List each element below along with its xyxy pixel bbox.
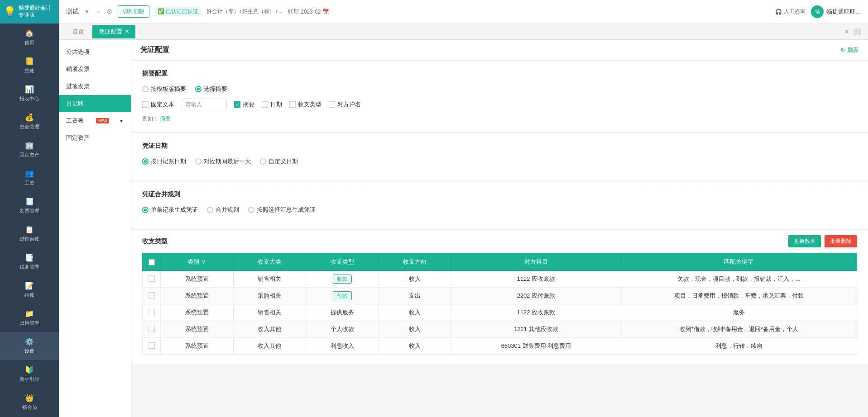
row-checkbox[interactable] — [149, 275, 155, 282]
radio-summary-generate[interactable]: 按照选择汇总生成凭证 — [248, 206, 316, 214]
th-keywords: 匹配关键字 — [621, 253, 857, 271]
fixed-text-input[interactable] — [182, 99, 227, 110]
user-menu[interactable]: 畅 畅捷通旺旺... — [811, 5, 861, 18]
sidebar-label: 发票管理 — [19, 208, 39, 214]
sidebar-nav: 🏠首页📒总账📊报表中心💰资金管理🏢固定资产👥工资🧾发票管理📋进销台账📑税务管理📝… — [0, 24, 59, 416]
radio-merge-rules[interactable]: 合并规则 — [207, 206, 239, 214]
sidebar-item-归档管理[interactable]: 📁归档管理 — [0, 304, 59, 332]
sidebar-item-工资[interactable]: 👥工资 — [0, 164, 59, 192]
income-type-text: 个人收款 — [331, 326, 354, 332]
username: 畅捷通旺旺... — [826, 8, 861, 16]
td-major-type: 销售相关 — [233, 271, 306, 288]
topbar-add-icon[interactable]: ＋ — [95, 8, 101, 16]
td-major-type: 采购相关 — [233, 288, 306, 304]
td-direction: 收入 — [379, 271, 451, 288]
sidebar-item-新手引导[interactable]: 🔰新手引导 — [0, 360, 59, 388]
th-income-type: 收支类型 — [306, 253, 379, 271]
sidebar-item-报表中心[interactable]: 📊报表中心 — [0, 80, 59, 108]
summary-title: 摘要配置 — [142, 70, 857, 78]
radio-single-record[interactable]: 单条记录生成凭证 — [142, 206, 198, 214]
sidebar-item-税务管理[interactable]: 📑税务管理 — [0, 248, 59, 276]
service-button[interactable]: 🎧 人工咨询 — [775, 8, 806, 15]
batch-delete-button[interactable]: 批量删除 — [825, 235, 857, 247]
sidebar-label: 资金管理 — [19, 123, 39, 130]
td-direction: 收入 — [379, 321, 451, 338]
td-checkbox[interactable] — [143, 321, 161, 338]
row-checkbox[interactable] — [149, 292, 155, 299]
tab-close-window-button[interactable]: ✕ — [844, 28, 849, 35]
td-checkbox[interactable] — [143, 304, 161, 321]
period-label: 账期 — [288, 8, 299, 15]
refresh-button[interactable]: ↻ 刷新 — [840, 46, 859, 54]
sidebar-item-设置[interactable]: ⚙️设置 — [0, 332, 59, 360]
row-checkbox[interactable] — [149, 326, 155, 332]
sidebar: 💡 畅捷通好会计 专业版 🏠首页📒总账📊报表中心💰资金管理🏢固定资产👥工资🧾发票… — [0, 0, 59, 417]
topbar-period: 账期 2023-02 📅 — [288, 8, 329, 15]
voucher-date-title: 凭证日期 — [142, 142, 857, 150]
sidebar-item-结账[interactable]: 📝结账 — [0, 276, 59, 304]
radio-period-last-day[interactable]: 对应期间最后一天 — [195, 157, 251, 166]
calendar-icon[interactable]: 📅 — [322, 9, 329, 15]
sub-sidebar-label: 销项发票 — [66, 65, 90, 73]
summary-checkbox[interactable]: ✓ 摘要 — [234, 100, 254, 109]
sidebar-label: 结账 — [24, 292, 34, 299]
radio-select-summary[interactable]: 选择摘要 — [195, 85, 227, 93]
switch-version-button[interactable]: 切到旧版 — [118, 5, 149, 18]
sidebar-item-资金管理[interactable]: 💰资金管理 — [0, 108, 59, 136]
table-row: 系统预置 销售相关 收款 收入 1122 应收账款 欠款，现金，项目款，到款，报… — [143, 271, 857, 288]
income-type-tag[interactable]: 收款 — [333, 275, 352, 284]
merge-rules-radio-group: 单条记录生成凭证 合并规则 按照选择汇总生成凭证 — [142, 206, 857, 214]
radio-template-summary[interactable]: 按模板版摘要 — [142, 85, 186, 93]
app-logo: 💡 畅捷通好会计 专业版 — [0, 0, 59, 24]
table-body: 系统预置 销售相关 收款 收入 1122 应收账款 欠款，现金，项目款，到款，报… — [143, 271, 857, 355]
tab-maximize-button[interactable]: ⬜ — [853, 28, 861, 35]
sub-sidebar-item-销项发票[interactable]: 销项发票 — [59, 61, 131, 78]
row-checkbox[interactable] — [149, 342, 155, 349]
sub-sidebar-item-日记账[interactable]: 日记账 — [59, 95, 131, 112]
sidebar-item-进销台账[interactable]: 📋进销台账 — [0, 220, 59, 248]
td-subject: 1221 其他应收款 — [451, 321, 621, 338]
sidebar-icon: 🔰 — [25, 365, 34, 374]
income-type-checkbox[interactable]: 收支类型 — [289, 100, 321, 109]
sidebar-item-畅会员[interactable]: 👑畅会员 — [0, 388, 59, 416]
sub-sidebar-item-公共选项[interactable]: 公共选项 — [59, 43, 131, 61]
td-keywords: 服务 — [621, 304, 857, 321]
td-income-type: 收款 — [306, 271, 379, 288]
sub-sidebar-item-工资表[interactable]: 工资表NEW▼ — [59, 112, 131, 129]
td-checkbox[interactable] — [143, 338, 161, 355]
counterparty-checkbox[interactable]: 对方户名 — [329, 100, 361, 109]
date-checkbox[interactable]: 日期 — [262, 100, 282, 109]
income-type-tag[interactable]: 付款 — [333, 291, 352, 300]
checkbox-empty-icon2 — [289, 101, 296, 108]
tab-close-icon[interactable]: ✕ — [125, 28, 129, 34]
sub-sidebar-items: 公共选项销项发票进项发票日记账工资表NEW▼固定资产 — [59, 43, 131, 147]
td-subject: 1122 应收账款 — [451, 304, 621, 321]
td-checkbox[interactable] — [143, 288, 161, 304]
sidebar-item-总账[interactable]: 📒总账 — [0, 52, 59, 80]
td-checkbox[interactable] — [143, 271, 161, 288]
sidebar-icon: ⚙️ — [25, 337, 34, 346]
radio-custom-date[interactable]: 自定义日期 — [260, 157, 298, 166]
table-row: 系统预置 销售相关 提供服务 收入 1122 应收账款 服务 — [143, 304, 857, 321]
tab-home[interactable]: 首页 — [66, 25, 91, 38]
row-checkbox[interactable] — [149, 309, 155, 315]
summary-section: 摘要配置 按模板版摘要 选择摘要 固定文本 — [131, 61, 868, 132]
topbar-chevron-icon[interactable]: ▼ — [84, 9, 90, 15]
radio-merge-empty — [207, 207, 213, 213]
tab-voucher-config[interactable]: 凭证配置 ✕ — [92, 25, 135, 38]
update-data-button[interactable]: 更新数据 — [788, 235, 821, 247]
td-subject: 660301 财务费用 利息费用 — [451, 338, 621, 355]
radio-by-journal-date[interactable]: 按日记账日期 — [142, 157, 186, 166]
sidebar-label: 总账 — [24, 67, 34, 74]
sub-sidebar-item-进项发票[interactable]: 进项发票 — [59, 78, 131, 95]
sidebar-item-发票管理[interactable]: 🧾发票管理 — [0, 192, 59, 220]
sidebar-item-固定资产[interactable]: 🏢固定资产 — [0, 136, 59, 164]
td-category: 系统预置 — [161, 271, 234, 288]
fixed-text-checkbox[interactable]: 固定文本 — [142, 100, 174, 109]
topbar-settings-icon[interactable]: ⚙ — [106, 8, 112, 16]
sub-sidebar-item-固定资产[interactable]: 固定资产 — [59, 129, 131, 147]
th-checkbox[interactable] — [143, 253, 161, 271]
sidebar-icon: 🧾 — [25, 197, 34, 206]
th-major-type: 收支大类 — [233, 253, 306, 271]
sidebar-item-首页[interactable]: 🏠首页 — [0, 24, 59, 52]
